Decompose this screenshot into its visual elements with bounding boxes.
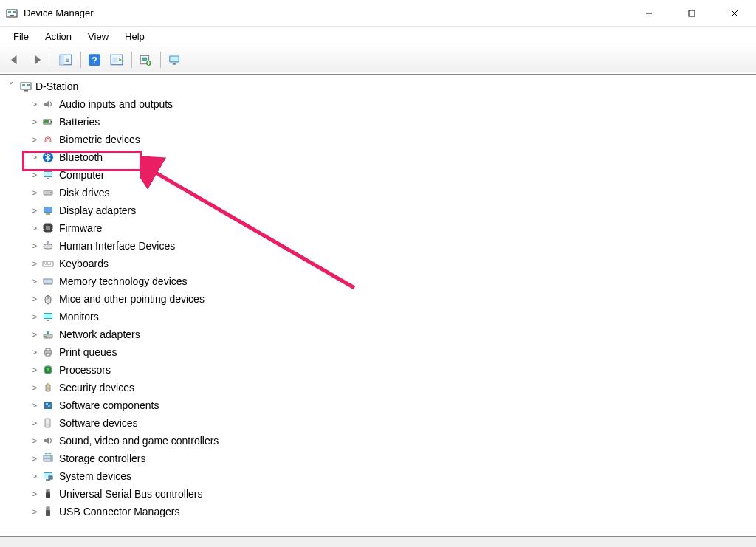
tree-category[interactable]: >Firmware — [24, 219, 756, 237]
expand-icon[interactable]: > — [30, 414, 40, 432]
tree-category[interactable]: >Software devices — [24, 414, 756, 432]
svg-point-67 — [50, 456, 52, 458]
expand-icon[interactable]: > — [30, 343, 40, 361]
forward-button[interactable] — [27, 50, 47, 69]
expand-icon[interactable]: > — [30, 308, 40, 326]
menu-file[interactable]: File — [6, 28, 36, 45]
minimize-button[interactable] — [628, 0, 670, 26]
svg-rect-75 — [47, 490, 48, 492]
menu-help[interactable]: Help — [117, 28, 152, 45]
svg-rect-46 — [47, 320, 49, 321]
tree-category-label: USB Connector Managers — [59, 503, 179, 520]
menu-view[interactable]: View — [80, 28, 116, 45]
security-icon — [41, 381, 55, 394]
action-button[interactable] — [106, 50, 127, 69]
tree-category[interactable]: >Disk drives — [24, 184, 756, 202]
svg-rect-15 — [142, 57, 148, 61]
svg-rect-41 — [44, 279, 52, 283]
expand-icon[interactable]: > — [30, 467, 40, 485]
expand-icon[interactable]: > — [30, 166, 40, 184]
tree-category[interactable]: >Batteries — [24, 113, 756, 131]
tree-category[interactable]: >Human Interface Devices — [24, 237, 756, 255]
svg-rect-22 — [27, 84, 30, 86]
tree-category-label: Bluetooth — [59, 148, 103, 166]
svg-rect-2 — [13, 11, 16, 13]
tree-category[interactable]: >Bluetooth — [24, 148, 756, 166]
expand-icon[interactable]: > — [30, 272, 40, 290]
svg-rect-45 — [44, 314, 52, 318]
window-title: Device Manager — [24, 7, 628, 18]
toolbar-separator — [52, 52, 52, 68]
tree-category-label: Security devices — [59, 379, 134, 396]
tree-category-label: Keyboards — [59, 255, 109, 272]
svg-rect-19 — [173, 63, 176, 64]
keyboard-icon — [41, 257, 55, 270]
svg-rect-39 — [47, 241, 49, 244]
tree-category[interactable]: >USB Connector Managers — [24, 503, 756, 520]
tree-category[interactable]: >Network adapters — [24, 326, 756, 343]
tree-category[interactable]: >Display adapters — [24, 202, 756, 219]
tree-category[interactable]: >Computer — [24, 166, 756, 184]
expand-icon[interactable]: > — [30, 255, 40, 272]
tree-category[interactable]: >Security devices — [24, 379, 756, 396]
battery-icon — [41, 115, 55, 128]
tree-category[interactable]: >Storage controllers — [24, 450, 756, 467]
expand-icon[interactable]: > — [30, 131, 40, 148]
speaker-icon — [41, 97, 55, 111]
expand-icon[interactable]: > — [30, 184, 40, 202]
expand-icon[interactable]: > — [30, 326, 40, 343]
svg-point-50 — [44, 336, 46, 337]
help-button[interactable]: ? — [84, 50, 105, 69]
back-button[interactable] — [4, 50, 25, 69]
tree-category[interactable]: >Sound, video and game controllers — [24, 432, 756, 450]
expand-icon[interactable]: > — [30, 396, 40, 414]
usb-connector-icon — [41, 505, 55, 518]
show-hide-console-tree-button[interactable] — [55, 50, 76, 69]
tree-category[interactable]: >Mice and other pointing devices — [24, 290, 756, 308]
tree-category[interactable]: >Monitors — [24, 308, 756, 326]
tree-category[interactable]: >Processors — [24, 361, 756, 379]
tree-root[interactable]: ˅ D-Station — [6, 78, 756, 95]
tree-category-label: Storage controllers — [59, 450, 146, 467]
printer-icon — [41, 345, 55, 359]
close-button[interactable] — [713, 0, 756, 26]
tree-category-label: Human Interface Devices — [59, 237, 175, 255]
tree-category[interactable]: >Audio inputs and outputs — [24, 95, 756, 113]
tree-category[interactable]: >System devices — [24, 467, 756, 485]
tree-category[interactable]: >Biometric devices — [24, 131, 756, 148]
svg-rect-34 — [44, 207, 52, 212]
tree-category[interactable]: >Print queues — [24, 343, 756, 361]
device-tree-panel[interactable]: ˅ D-Station >Audio inputs and outputs>Ba… — [0, 74, 756, 537]
menu-action[interactable]: Action — [38, 28, 79, 45]
scan-hardware-button[interactable] — [135, 50, 156, 69]
expand-icon[interactable]: > — [30, 361, 40, 379]
hid-icon — [41, 239, 55, 252]
maximize-button[interactable] — [670, 0, 713, 26]
expand-icon[interactable]: > — [30, 95, 40, 113]
expand-icon[interactable]: > — [30, 290, 40, 308]
svg-rect-73 — [47, 489, 49, 492]
tree-category[interactable]: >Universal Serial Bus controllers — [24, 485, 756, 503]
expand-icon[interactable]: > — [30, 485, 40, 503]
title-bar: Device Manager — [0, 0, 756, 27]
tree-category[interactable]: >Memory technology devices — [24, 272, 756, 290]
expand-icon[interactable]: > — [30, 503, 40, 520]
devices-and-printers-button[interactable] — [164, 50, 185, 69]
svg-point-32 — [50, 192, 52, 193]
toolbar-separator — [80, 52, 81, 68]
tree-category[interactable]: >Software components — [24, 396, 756, 414]
expand-icon[interactable]: > — [30, 432, 40, 450]
tree-category[interactable]: >Keyboards — [24, 255, 756, 272]
expand-icon[interactable]: > — [30, 113, 40, 131]
expand-icon[interactable]: > — [30, 379, 40, 396]
expand-icon[interactable]: > — [30, 219, 40, 237]
expand-icon[interactable]: > — [30, 202, 40, 219]
expand-icon[interactable]: > — [30, 237, 40, 255]
collapse-icon[interactable]: ˅ — [6, 78, 16, 95]
svg-text:?: ? — [92, 55, 97, 65]
expand-icon[interactable]: > — [30, 450, 40, 467]
svg-rect-1 — [8, 11, 11, 13]
tree-category-label: Universal Serial Bus controllers — [59, 485, 203, 503]
expand-icon[interactable]: > — [30, 148, 40, 166]
tree-category-label: Software components — [59, 396, 159, 414]
